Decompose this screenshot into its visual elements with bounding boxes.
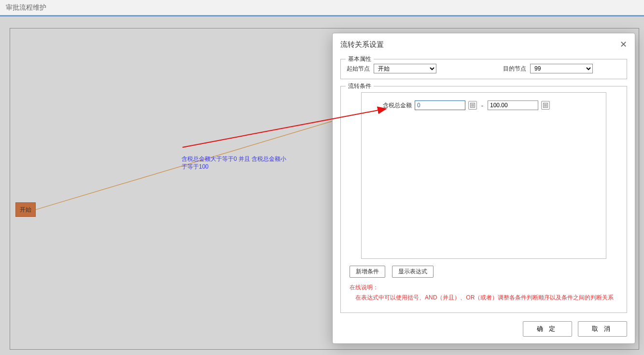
flow-relation-dialog: 流转关系设置 ✕ 基本属性 起始节点 开始 目的节点 99 流转条 xyxy=(332,33,635,344)
calculator-icon[interactable] xyxy=(468,101,477,110)
dialog-footer: 确定 取消 xyxy=(333,315,635,343)
start-node-label: 起始节点 xyxy=(347,65,370,73)
basic-properties-fieldset: 基本属性 起始节点 开始 目的节点 99 xyxy=(340,59,627,79)
add-condition-button[interactable]: 新增条件 xyxy=(350,266,385,278)
help-title: 在线说明： xyxy=(350,284,621,292)
start-node-label: 开始 xyxy=(20,206,31,214)
page-title: 审批流程维护 xyxy=(6,3,46,12)
range-from-input[interactable] xyxy=(415,100,465,110)
cancel-button[interactable]: 取消 xyxy=(578,321,627,337)
dest-node-row: 目的节点 99 xyxy=(503,64,593,73)
condition-field-label: 含税总金额 xyxy=(383,101,412,110)
dialog-header: 流转关系设置 ✕ xyxy=(333,33,635,56)
range-dash: - xyxy=(480,102,485,109)
calculator-icon[interactable] xyxy=(541,101,550,110)
condition-row: 含税总金额 - xyxy=(383,100,598,110)
page-header: 审批流程维护 xyxy=(0,0,644,15)
dest-node-select[interactable]: 99 xyxy=(530,64,593,73)
ok-button[interactable]: 确定 xyxy=(523,321,572,337)
dest-node-label: 目的节点 xyxy=(503,65,526,73)
help-text: 在表达式中可以使用括号、AND（并且）、OR（或者）调整各条件判断顺序以及条件之… xyxy=(355,294,621,302)
condition-panel: 含税总金额 - xyxy=(361,92,606,259)
start-node[interactable]: 开始 xyxy=(15,202,36,217)
close-icon[interactable]: ✕ xyxy=(620,39,627,50)
flow-condition-fieldset: 流转条件 含税总金额 - 新增条件 显 xyxy=(340,86,627,313)
flow-condition-label: 含税总金额大于等于0 并且 含税总金额小于等于100 xyxy=(182,156,288,170)
show-expression-button[interactable]: 显示表达式 xyxy=(392,266,434,278)
start-node-select[interactable]: 开始 xyxy=(374,64,436,73)
basic-legend: 基本属性 xyxy=(346,56,374,63)
dialog-title: 流转关系设置 xyxy=(340,40,384,49)
dialog-body: 基本属性 起始节点 开始 目的节点 99 流转条件 含税总金额 xyxy=(333,56,635,315)
inline-help: 在线说明： 在表达式中可以使用括号、AND（并且）、OR（或者）调整各条件判断顺… xyxy=(350,284,621,302)
condition-legend: 流转条件 xyxy=(346,82,374,90)
start-node-row: 起始节点 开始 xyxy=(347,64,436,73)
condition-actions: 新增条件 显示表达式 xyxy=(350,266,621,278)
range-to-input[interactable] xyxy=(488,100,538,110)
